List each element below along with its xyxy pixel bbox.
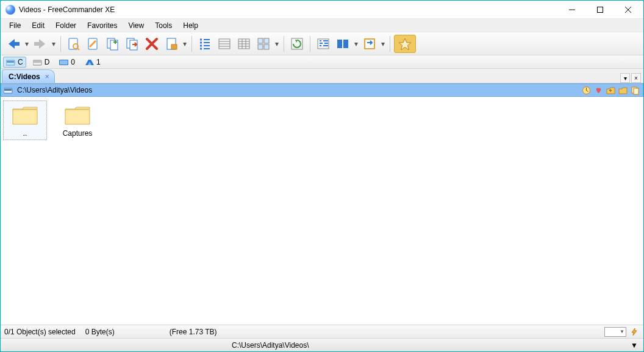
swap-panels-button[interactable] — [360, 35, 379, 53]
properties-button[interactable] — [162, 35, 181, 53]
refresh-button[interactable] — [288, 35, 306, 53]
new-folder-icon[interactable] — [617, 85, 628, 96]
command-bar: C:\Users\Aditya\Videos\ ▼ — [1, 338, 643, 351]
maximize-button[interactable] — [586, 1, 614, 18]
drive-0-label: 0 — [71, 58, 75, 66]
svg-rect-26 — [60, 60, 68, 65]
status-selection: 0/1 Object(s) selected — [4, 328, 76, 336]
back-button[interactable] — [4, 35, 23, 53]
toolbar-separator — [390, 36, 390, 52]
tab-strip: C:Videos × ▾ × — [1, 69, 643, 83]
toolbar-separator — [60, 36, 61, 52]
drive-0[interactable]: 0 — [56, 57, 78, 68]
view-list-button[interactable] — [196, 35, 214, 53]
file-list[interactable]: .. Captures — [1, 97, 643, 325]
svg-rect-0 — [598, 7, 603, 12]
tab-list-dropdown[interactable]: ▾ — [620, 73, 630, 83]
swap-dropdown[interactable]: ▾ — [380, 40, 386, 48]
favorites-star-button[interactable] — [394, 35, 416, 53]
folder-up-icon[interactable] — [605, 85, 616, 96]
tab-label: C:Videos — [9, 72, 40, 81]
menu-help[interactable]: Help — [177, 20, 204, 31]
svg-rect-19 — [343, 40, 348, 48]
address-bar[interactable]: C:\Users\Aditya\Videos — [1, 83, 643, 97]
history-icon[interactable] — [581, 85, 592, 96]
menu-edit[interactable]: Edit — [26, 20, 50, 31]
view-thumbnails-button[interactable] — [254, 35, 273, 53]
svg-rect-18 — [337, 40, 342, 48]
item-parent-folder[interactable]: .. — [3, 100, 47, 140]
edit-file-button[interactable] — [84, 35, 102, 53]
status-size: 0 Byte(s) — [85, 328, 115, 336]
back-dropdown[interactable]: ▾ — [24, 40, 30, 48]
drive-1-label: 1 — [96, 58, 101, 66]
svg-rect-15 — [264, 44, 269, 49]
address-path[interactable]: C:\Users\Aditya\Videos — [17, 86, 577, 94]
view-details-button[interactable] — [215, 35, 234, 53]
flash-icon[interactable] — [629, 326, 640, 337]
folder-icon — [10, 103, 40, 127]
delete-button[interactable] — [143, 35, 161, 53]
window-controls — [558, 1, 642, 18]
menu-view[interactable]: View — [123, 20, 149, 31]
forward-button[interactable] — [31, 35, 49, 53]
tree-view-button[interactable] — [314, 35, 332, 53]
svg-rect-24 — [34, 61, 41, 63]
toolbar-separator — [284, 36, 284, 52]
titlebar: Videos - FreeCommander XE — [1, 1, 643, 19]
menu-file[interactable]: File — [4, 20, 26, 31]
view-columns-button[interactable] — [235, 35, 253, 53]
drive-d-label: D — [45, 58, 50, 66]
folder-icon — [63, 103, 92, 127]
drive-bar: C D 0 1 — [1, 55, 643, 69]
properties-dropdown[interactable]: ▾ — [182, 40, 188, 48]
layout-dropdown[interactable]: ▾ — [353, 40, 359, 48]
toolbar-separator — [191, 36, 192, 52]
svg-rect-12 — [258, 38, 263, 43]
view-dropdown[interactable]: ▾ — [274, 40, 280, 48]
toolbar-separator — [310, 36, 310, 52]
tab-controls: ▾ × — [620, 73, 642, 83]
svg-rect-9 — [171, 44, 177, 49]
item-captures[interactable]: Captures — [55, 100, 99, 140]
move-button[interactable] — [123, 35, 141, 53]
dual-panel-button[interactable] — [334, 35, 352, 53]
favorite-icon[interactable] — [593, 85, 604, 96]
close-button[interactable] — [614, 1, 642, 18]
command-dropdown[interactable]: ▼ — [629, 340, 640, 351]
menubar: File Edit Folder Favorites View Tools He… — [1, 19, 643, 32]
svg-rect-31 — [634, 88, 639, 94]
tab-close-icon[interactable]: × — [44, 72, 51, 81]
item-label: .. — [23, 129, 27, 138]
svg-rect-20 — [365, 39, 374, 49]
menu-favorites[interactable]: Favorites — [82, 20, 123, 31]
drive-c-label: C — [18, 58, 23, 66]
item-label: Captures — [63, 129, 93, 138]
svg-rect-14 — [258, 44, 263, 49]
app-icon — [5, 5, 15, 15]
command-path: C:\Users\Aditya\Videos\ — [232, 341, 309, 350]
svg-rect-22 — [7, 61, 14, 63]
filter-combo[interactable]: ▼ — [604, 327, 626, 337]
copy-button[interactable] — [104, 35, 122, 53]
svg-rect-28 — [4, 89, 12, 91]
main-toolbar: ▾ ▾ ▾ ▾ ▾ — [1, 32, 643, 55]
status-free: (Free 1.73 TB) — [170, 328, 217, 336]
tab-close-button[interactable]: × — [631, 73, 641, 83]
menu-folder[interactable]: Folder — [50, 20, 82, 31]
minimize-button[interactable] — [558, 1, 586, 18]
drive-c[interactable]: C — [3, 57, 26, 68]
view-file-button[interactable] — [65, 35, 83, 53]
drive-icon — [4, 86, 13, 94]
status-bar: 0/1 Object(s) selected 0 Byte(s) (Free 1… — [1, 325, 643, 338]
drive-1[interactable]: 1 — [82, 57, 104, 68]
window-title: Videos - FreeCommander XE — [19, 5, 558, 14]
forward-dropdown[interactable]: ▾ — [51, 40, 57, 48]
copy-path-icon[interactable] — [629, 85, 640, 96]
drive-d[interactable]: D — [30, 57, 53, 68]
svg-rect-13 — [264, 38, 269, 43]
tab-videos[interactable]: C:Videos × — [2, 69, 55, 83]
menu-tools[interactable]: Tools — [149, 20, 177, 31]
